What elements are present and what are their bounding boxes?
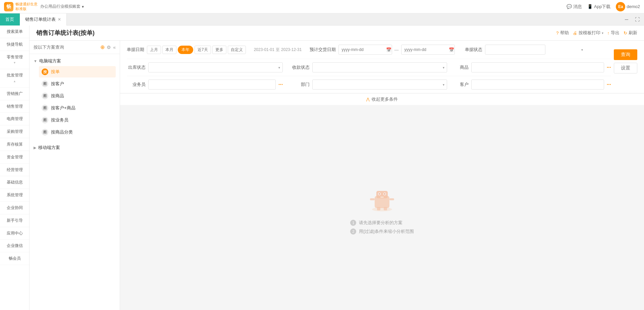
scheme-item-by-cust-prod[interactable]: 图 按客户+商品 — [39, 102, 116, 114]
expected-date-end-input[interactable] — [401, 45, 455, 55]
sidebar-item-wholesale[interactable]: 批发管理 ▴ — [0, 69, 29, 88]
scheme-panel-header: 按以下方案查询 ⊕ ⚙ « — [30, 41, 120, 54]
customer-more-icon[interactable]: ··· — [607, 82, 611, 88]
tab-bar: 首页 销售订单统计表 ✕ ─ ⛶ — [0, 13, 644, 25]
chevron-down-icon: ▾ — [602, 31, 603, 35]
sidebar-item-ecommerce[interactable]: 电商管理 — [0, 113, 29, 125]
sidebar-item-retail[interactable]: 零售管理 ▾ — [0, 51, 29, 69]
svg-point-5 — [379, 193, 380, 195]
sidebar-item-finance[interactable]: 资金管理 — [0, 151, 29, 164]
date-this-year-btn[interactable]: 本年 — [178, 46, 193, 54]
sidebar-item-enterprise-wechat[interactable]: 企业微信 — [0, 240, 29, 252]
app-download-button[interactable]: 📱 App下载 — [587, 4, 610, 10]
sidebar-item-quick-nav[interactable]: 快捷导航 — [0, 38, 29, 51]
receipt-status-select[interactable] — [312, 62, 447, 72]
sidebar-item-operation[interactable]: 经营管理 — [0, 164, 29, 176]
user-menu-button[interactable]: Ea demo2 — [616, 2, 640, 11]
page-title: 销售订单统计表(按单) — [36, 29, 95, 37]
sidebar-item-system[interactable]: 系统管理 — [0, 189, 29, 202]
date-options: 上月 本月 本年 近7天 更多 自定义 — [147, 46, 246, 54]
filter-date-field: 单据日期 上月 本月 本年 近7天 更多 自定义 — [127, 46, 246, 54]
date-custom-btn[interactable]: 自定义 — [228, 46, 246, 54]
date-start-wrap: 📅 — [338, 45, 391, 55]
date-7days-btn[interactable]: 近7天 — [195, 46, 211, 54]
scheme-item-by-category[interactable]: 图 按商品分类 — [39, 126, 116, 138]
print-icon: 🖨 — [573, 31, 577, 36]
goods-input[interactable] — [471, 62, 604, 72]
salesman-more-icon[interactable]: ··· — [278, 82, 283, 88]
customer-label: 客户 — [455, 82, 469, 88]
filter-row-1: 单据日期 上月 本月 本年 近7天 更多 自定义 — [127, 45, 611, 59]
scheme-icon-by-order: 按 — [42, 68, 48, 75]
mobile-category-header[interactable]: ▶ 移动端方案 — [34, 143, 116, 153]
empty-tip-1: 1 请先选择要分析的方案 — [350, 220, 414, 226]
settings-scheme-button[interactable]: ⚙ — [107, 45, 111, 50]
salesman-input[interactable] — [148, 80, 276, 90]
help-icon: ? — [556, 31, 558, 36]
sidebar-item-new-guide[interactable]: 新手引导 — [0, 214, 29, 227]
tab-maximize-button[interactable]: ⛶ — [633, 15, 641, 23]
calendar-icon: 📅 — [386, 47, 391, 52]
message-icon: 💬 — [567, 4, 572, 9]
reset-button[interactable]: 设置 — [614, 63, 637, 73]
tip-num-2: 2 — [350, 228, 356, 235]
scheme-item-by-product[interactable]: 图 按商品 — [39, 90, 116, 102]
salesman-field: 业务员 ··· — [127, 80, 283, 90]
empty-illustration — [365, 181, 399, 214]
collapse-scheme-button[interactable]: « — [113, 45, 116, 50]
logo-area: 畅 畅捷通好生意 标准版 — [4, 2, 38, 11]
expected-date-start-input[interactable] — [338, 45, 392, 55]
tab-stats[interactable]: 销售订单统计表 ✕ — [20, 13, 67, 25]
add-scheme-button[interactable]: ⊕ — [100, 44, 105, 50]
chevron-down-icon[interactable]: ▾ — [82, 4, 84, 9]
scheme-panel-actions: ⊕ ⚙ « — [100, 44, 116, 50]
pc-category-header[interactable]: ▼ 电脑端方案 — [34, 56, 116, 66]
inner-layout: 按以下方案查询 ⊕ ⚙ « ▼ 电脑端方案 按 按 — [30, 41, 644, 310]
scheme-item-by-salesman[interactable]: 图 按业务员 — [39, 114, 116, 126]
export-button[interactable]: ↑ 导出 — [607, 30, 620, 36]
status-select[interactable] — [485, 45, 545, 55]
sidebar-item-inventory[interactable]: 库存核算 — [0, 138, 29, 151]
svg-rect-11 — [384, 207, 387, 210]
tab-minimize-button[interactable]: ─ — [623, 15, 631, 23]
sidebar-item-sales[interactable]: 销售管理 — [0, 100, 29, 113]
status-label: 单据状态 — [465, 47, 482, 53]
date-this-month-btn[interactable]: 本月 — [162, 46, 176, 54]
print-button[interactable]: 🖨 按模板打印 ▾ — [573, 30, 603, 36]
filter-expected-date-field: 预计交货日期 📅 — 📅 — [310, 45, 611, 55]
refresh-button[interactable]: ↻ 刷新 — [624, 30, 637, 36]
scheme-item-by-customer[interactable]: 图 按客户 — [39, 78, 116, 90]
department-select[interactable] — [312, 80, 447, 90]
tab-home[interactable]: 首页 — [0, 13, 20, 25]
content-area: 销售订单统计表(按单) ? 帮助 🖨 按模板打印 ▾ ↑ 导出 ↻ 刷新 — [30, 25, 644, 310]
out-status-select[interactable] — [148, 62, 283, 72]
date-more-btn[interactable]: 更多 — [212, 46, 226, 54]
empty-tip-2: 2 用[过滤]条件来缩小分析范围 — [350, 228, 414, 235]
scheme-item-by-order[interactable]: 按 按单 — [39, 66, 116, 78]
out-status-field: 出库状态 ▾ — [127, 62, 283, 72]
customer-input[interactable] — [471, 80, 604, 90]
date-last-month-btn[interactable]: 上月 — [147, 46, 161, 54]
sidebar-item-basic[interactable]: 基础信息 — [0, 176, 29, 189]
receipt-status-label: 收款状态 — [291, 64, 310, 70]
sidebar-item-enterprise[interactable]: 企业协同 — [0, 202, 29, 214]
sidebar-item-search[interactable]: 搜索菜单 — [0, 25, 29, 38]
out-status-label: 出库状态 — [127, 64, 146, 70]
collapse-button[interactable]: ⋀ 收起更多条件 — [120, 93, 644, 105]
message-button[interactable]: 💬 消息 — [567, 4, 582, 10]
date-end-wrap: 📅 — [401, 45, 454, 55]
date-range-display: 2023-01-01 至 2023-12-31 — [254, 47, 302, 53]
calendar-end-icon: 📅 — [449, 47, 454, 52]
page-actions: ? 帮助 🖨 按模板打印 ▾ ↑ 导出 ↻ 刷新 — [556, 30, 637, 36]
query-button[interactable]: 查询 — [614, 49, 637, 60]
sidebar-item-purchase[interactable]: 采购管理 — [0, 125, 29, 138]
help-button[interactable]: ? 帮助 — [556, 30, 569, 36]
sidebar-item-marketing[interactable]: 营销推广 — [0, 88, 29, 100]
goods-more-icon[interactable]: ··· — [607, 64, 611, 70]
chevron-down-icon: ▾ — [14, 61, 15, 64]
tab-close-icon[interactable]: ✕ — [58, 17, 61, 22]
sidebar-item-app-center[interactable]: 应用中心 — [0, 227, 29, 240]
sidebar-item-member[interactable]: 畅会员 — [0, 252, 29, 265]
scheme-icon-by-cust-prod: 图 — [42, 105, 48, 111]
logo-text: 畅捷通好生意 标准版 — [15, 2, 38, 11]
